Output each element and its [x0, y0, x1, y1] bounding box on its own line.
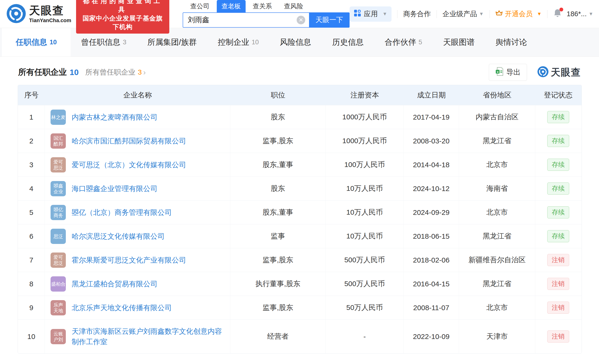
nav-enterprise[interactable]: 企业级产品 ▼	[443, 9, 484, 19]
table-row: 1 林之麦 内蒙古林之麦啤酒有限公司 股东 1000万人民币 2017-04-1…	[18, 105, 581, 129]
tianyancha-page: 天眼查 TianYanCha.com 都在用的商业查询工具 国家中小企业发展子基…	[0, 0, 599, 364]
tianyancha-logo[interactable]: 天眼查 TianYanCha.com	[7, 4, 71, 24]
header-seq: 序号	[18, 85, 45, 105]
table-row: 2 国汇 酷邦 哈尔滨市国汇酷邦国际贸易有限公司 监事,股东 1000万人民币 …	[18, 129, 581, 153]
logo-subtitle: TianYanCha.com	[29, 18, 71, 23]
chevron-down-icon: ▼	[589, 11, 593, 17]
table-row: 8 盛柏合 黑龙江盛柏合贸易有限公司 执行董事,股东 500万人民币 2016-…	[18, 272, 581, 296]
status-badge: 存续	[547, 206, 569, 218]
nav-cooperation[interactable]: 商务合作	[403, 9, 431, 19]
chevron-right-icon: ›	[143, 68, 146, 77]
tab-controlled-companies[interactable]: 控制企业 10	[207, 28, 269, 57]
crown-icon	[495, 10, 503, 18]
status-badge: 注销	[547, 330, 569, 342]
status-badge: 存续	[547, 159, 569, 170]
status-badge: 注销	[547, 302, 569, 313]
chevron-down-icon: ▼	[479, 11, 484, 17]
search-tab-company[interactable]: 查公司	[185, 0, 214, 12]
company-avatar: 曌鑫 企业	[51, 181, 66, 196]
company-link[interactable]: 海口曌鑫企业管理有限公司	[71, 183, 157, 194]
search-tabs: 查公司 查老板 查关系 查风险	[183, 0, 350, 12]
logo-title: 天眼查	[29, 5, 71, 17]
company-avatar: 爱可 思泛	[51, 157, 66, 172]
section-header: 所有任职企业 10 所有曾任职企业 3 › x 导出	[0, 57, 599, 80]
company-avatar: 思泛	[51, 229, 66, 244]
company-link[interactable]: 哈尔滨市国汇酷邦国际贸易有限公司	[71, 136, 186, 146]
table-row: 6 思泛 哈尔滨思泛文化传媒有限公司 监事 10万人民币 2018-06-15 …	[18, 224, 581, 248]
search-tab-boss[interactable]: 查老板	[217, 0, 246, 12]
company-link[interactable]: 北京乐声天地文化传播有限公司	[71, 303, 172, 313]
table-row: 7 爱可 思泛 霍尔果斯爱可思泛文化产业有限公司 监事,股东 500万人民币 2…	[18, 248, 581, 272]
notification-dot	[559, 8, 563, 11]
tab-history-info[interactable]: 历史信息	[322, 28, 374, 57]
top-nav: 应用 ▼ 商务合作 企业级产品 ▼ 开通会员 ▼	[350, 6, 593, 22]
tab-former-positions[interactable]: 曾任职信息 3	[70, 28, 137, 57]
section-count: 10	[70, 68, 79, 77]
search-input[interactable]	[188, 16, 297, 24]
header-position: 职位	[230, 85, 326, 105]
tianyancha-swirl-icon	[7, 4, 26, 24]
former-companies-link[interactable]: 所有曾任职企业 3 ›	[85, 68, 146, 77]
status-badge: 注销	[547, 278, 569, 290]
tab-renzhi-info[interactable]: 任职信息 10	[2, 28, 70, 57]
status-badge: 存续	[547, 111, 569, 123]
tab-partners[interactable]: 合作伙伴 5	[374, 28, 432, 57]
company-link[interactable]: 内蒙古林之麦啤酒有限公司	[71, 112, 157, 122]
company-avatar: 盛柏合	[51, 276, 66, 292]
tab-public-opinion[interactable]: 舆情讨论	[485, 28, 537, 57]
search-area: 查公司 查老板 查关系 查风险 ✕ 天眼一下	[183, 0, 350, 28]
excel-icon: x	[495, 67, 503, 78]
table-header-row: 序号 企业名称 职位 注册资本 成立日期 省份地区 登记状态	[18, 85, 581, 105]
company-avatar: 国汇 酷邦	[51, 133, 66, 149]
apps-label: 应用	[364, 9, 378, 19]
chevron-down-icon: ▼	[382, 11, 387, 17]
account-phone: 186*...	[567, 10, 587, 18]
company-link[interactable]: 黑龙江盛柏合贸易有限公司	[71, 279, 157, 289]
export-button[interactable]: x 导出	[489, 64, 527, 81]
clear-search-icon[interactable]: ✕	[297, 16, 305, 24]
apps-menu-button[interactable]: 应用 ▼	[350, 6, 392, 22]
company-avatar: 云账 户刘	[51, 329, 66, 344]
nav-vip[interactable]: 开通会员 ▼	[495, 9, 542, 19]
tab-graph[interactable]: 天眼图谱	[432, 28, 485, 57]
status-badge: 注销	[547, 254, 569, 266]
table-row: 3 爱可 思泛 爱可思泛（北京）文化传媒有限公司 股东,董事 100万人民币 2…	[18, 153, 581, 177]
status-badge: 存续	[547, 230, 569, 242]
header-capital: 注册资本	[326, 85, 404, 105]
company-link[interactable]: 曌亿（北京）商务管理有限公司	[71, 207, 172, 218]
tab-group[interactable]: 所属集团/族群	[137, 28, 207, 57]
company-link[interactable]: 霍尔果斯爱可思泛文化产业有限公司	[71, 255, 186, 265]
divider	[397, 10, 397, 18]
header-region: 省份地区	[459, 85, 535, 105]
company-link[interactable]: 哈尔滨思泛文化传媒有限公司	[71, 231, 165, 242]
search-button[interactable]: 天眼一下	[309, 12, 350, 28]
search-tab-risk[interactable]: 查风险	[279, 0, 308, 12]
company-link[interactable]: 爱可思泛（北京）文化传媒有限公司	[71, 160, 186, 170]
company-avatar: 爱可 思泛	[51, 253, 66, 268]
table-row: 4 曌鑫 企业 海口曌鑫企业管理有限公司 股东 10万人民币 2024-10-1…	[18, 177, 581, 200]
divider	[547, 10, 547, 18]
notification-bell-icon[interactable]	[553, 8, 562, 19]
status-badge: 存续	[547, 135, 569, 147]
table-row: 9 乐声 天地 北京乐声天地文化传播有限公司 监事,股东 50万人民币 2008…	[18, 296, 581, 320]
chevron-down-icon: ▼	[537, 11, 542, 17]
promo-line1: 都在用的商业查询工具	[81, 0, 164, 14]
tianyancha-watermark: 天眼查	[537, 66, 581, 79]
divider	[490, 10, 490, 18]
table-row: 10 云账 户刘 天津市滨海新区云账户刘雨鑫数字文化创意内容制作工作室 经营者 …	[18, 320, 581, 353]
grid-icon	[354, 9, 361, 18]
section-title: 所有任职企业	[18, 67, 67, 78]
company-link[interactable]: 天津市滨海新区云账户刘雨鑫数字文化创意内容制作工作室	[71, 326, 224, 347]
header-status: 登记状态	[535, 85, 581, 105]
header-date: 成立日期	[404, 85, 459, 105]
page-tab-bar: 任职信息 10 曾任职信息 3 所属集团/族群 控制企业 10 风险信息 历史信…	[0, 28, 599, 57]
companies-table: 序号 企业名称 职位 注册资本 成立日期 省份地区 登记状态 1 林之麦 内蒙古…	[18, 85, 582, 354]
company-avatar: 乐声 天地	[51, 300, 66, 315]
search-box: ✕ 天眼一下	[183, 12, 350, 28]
tab-risk-info[interactable]: 风险信息	[269, 28, 322, 57]
search-tab-relation[interactable]: 查关系	[248, 0, 277, 12]
status-badge: 存续	[547, 182, 569, 195]
nav-account[interactable]: 186*... ▼	[567, 10, 593, 18]
top-header: 天眼查 TianYanCha.com 都在用的商业查询工具 国家中小企业发展子基…	[0, 0, 599, 28]
header-company: 企业名称	[45, 85, 230, 105]
